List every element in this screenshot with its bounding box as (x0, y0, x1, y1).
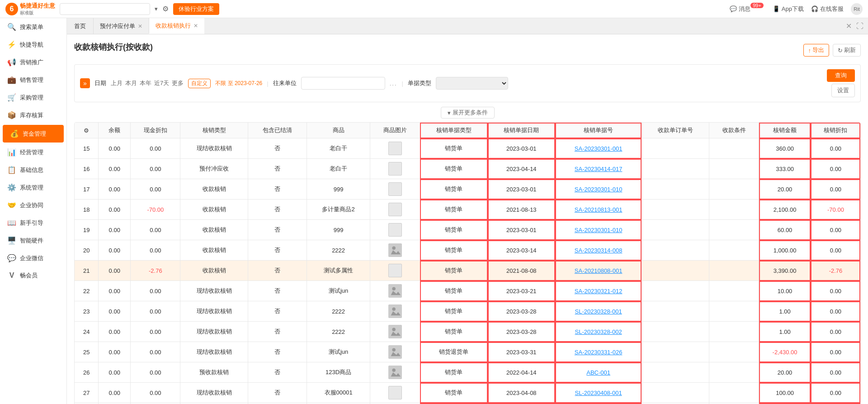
notifications-item[interactable]: 💬 消息 99+ (730, 5, 765, 13)
sidebar-item-search[interactable]: 🔍 搜索菜单 (0, 18, 66, 36)
industry-button[interactable]: 休验行业方案 (173, 3, 219, 15)
basic-icon: 📋 (7, 166, 16, 174)
sidebar-item-cooperation[interactable]: 🤝 企业协同 (0, 196, 66, 214)
search-input[interactable] (60, 3, 150, 15)
cell-balance: 0.00 (99, 240, 131, 261)
export-button[interactable]: ↑ 导出 (803, 44, 830, 57)
cell-cash-discount: -70.00 (131, 200, 180, 220)
cell-voucher-no[interactable]: SA-20230321-012 (555, 281, 642, 301)
cell-voucher-no[interactable]: ABC-001 (555, 362, 642, 383)
sidebar-item-wechat[interactable]: 💬 企业微信 (0, 249, 66, 267)
tab-receipts-close-icon[interactable]: ✕ (193, 23, 198, 29)
sidebar-item-operations[interactable]: 📊 经营管理 (0, 143, 66, 161)
cell-amount: 60.00 (759, 220, 811, 240)
tab-prepay[interactable]: 预付冲应付单 ✕ (93, 18, 149, 34)
notifications-label: 消息 (739, 5, 750, 13)
expand-more-button[interactable]: ▾ 展开更多条件 (441, 107, 495, 119)
cell-voucher-no[interactable]: SA-20230301-010 (555, 220, 642, 240)
top-bar-right: 💬 消息 99+ 📱 App下载 🎧 在线客服 Rit (730, 3, 863, 15)
cell-settled: 否 (248, 200, 307, 220)
sidebar-label-basic: 基础信息 (20, 166, 43, 174)
cell-voucher-no[interactable]: SA-20210808-001 (555, 261, 642, 281)
sidebar-item-finance[interactable]: 💰 资金管理 (3, 125, 64, 143)
sidebar-item-basic[interactable]: 📋 基础信息 (0, 161, 66, 179)
page-content: 收款核销执行(按收款) ↑ 导出 ↻ 刷新 » (67, 34, 868, 404)
cell-voucher-no[interactable]: SL-20230408-001 (555, 383, 642, 403)
app-download-item[interactable]: 📱 App下载 (773, 5, 804, 13)
filter-lastmonth-btn[interactable]: 上月 (111, 79, 123, 87)
cell-type: 现结收款核销 (180, 138, 248, 159)
cell-discount: 0.00 (811, 342, 860, 362)
sidebar-item-member[interactable]: V 畅会员 (0, 267, 66, 284)
sidebar-item-quicknav[interactable]: ⚡ 快捷导航 (0, 36, 66, 53)
cell-receipt-no (642, 383, 709, 403)
cell-amount: 20.00 (759, 362, 811, 383)
sales-icon: 💼 (7, 76, 16, 84)
data-table: ⚙ 余额 现金折扣 核销类型 包含已结清 商品 商品图片 核销单据类型 核销单据… (75, 123, 860, 404)
online-service-item[interactable]: 🎧 在线客服 (811, 5, 844, 13)
tab-close-window-icon[interactable]: ✕ (846, 22, 852, 30)
th-receipt-no: 收款单订单号 (642, 123, 709, 138)
filter-thismonth-btn[interactable]: 本月 (125, 79, 137, 87)
sidebar-label-inventory: 库存核算 (20, 111, 43, 119)
table-row: 19 0.00 0.00 收款核销 否 999 销货单 2023-03-01 S… (75, 220, 860, 240)
query-button[interactable]: 查询 (827, 69, 855, 82)
user-item[interactable]: Rit (851, 3, 863, 15)
cell-num: 25 (75, 342, 99, 362)
cell-cash-discount: 0.00 (131, 342, 180, 362)
cooperation-icon: 🤝 (7, 201, 16, 209)
cell-voucher-no[interactable]: SL-20230328-002 (555, 322, 642, 342)
cell-voucher-date: 2023-03-01 (488, 179, 555, 200)
cell-voucher-no[interactable]: SA-20230301-001 (555, 138, 642, 159)
cell-balance: 0.00 (99, 179, 131, 200)
tab-home[interactable]: 首页 (67, 18, 93, 34)
wechat-icon: 💬 (7, 254, 16, 262)
cell-goods-img (370, 281, 420, 301)
sidebar-item-purchase[interactable]: 🛒 采购管理 (0, 89, 66, 106)
cell-receipt-no (642, 342, 709, 362)
cell-voucher-no[interactable]: SA-20230301-010 (555, 179, 642, 200)
voucher-type-select[interactable] (436, 77, 508, 90)
cell-goods-img (370, 179, 420, 200)
sidebar-item-guide[interactable]: 📖 新手引导 (0, 214, 66, 232)
filter-thisyear-btn[interactable]: 本年 (140, 79, 151, 87)
table-row: 26 0.00 0.00 预收款核销 否 123D商品 销货单 2022-04-… (75, 362, 860, 383)
filter-custom-button[interactable]: 自定义 (188, 79, 211, 88)
sidebar-label-wechat: 企业微信 (20, 254, 43, 262)
cell-discount: -70.00 (811, 200, 860, 220)
sidebar-item-system[interactable]: ⚙️ 系统管理 (0, 179, 66, 196)
settings-filter-button[interactable]: 设置 (831, 84, 855, 97)
cell-goods-img (370, 138, 420, 159)
tab-receipts[interactable]: 收款核销执行 ✕ (149, 18, 204, 34)
cell-discount: 0.00 (811, 383, 860, 403)
cell-voucher-no[interactable]: SA-20210813-001 (555, 200, 642, 220)
filter-7days-btn[interactable]: 近7天 (154, 79, 169, 87)
refresh-button[interactable]: ↻ 刷新 (833, 44, 861, 57)
sidebar-label-member: 畅会员 (20, 271, 38, 280)
cell-voucher-no[interactable]: SA-20230314-008 (555, 240, 642, 261)
settings-icon[interactable]: ⚙ (162, 5, 169, 13)
cell-voucher-no[interactable]: SA-20230331-026 (555, 342, 642, 362)
th-gear[interactable]: ⚙ (75, 123, 99, 138)
tab-prepay-close-icon[interactable]: ✕ (138, 23, 142, 29)
cell-type: 现结收款核销 (180, 342, 248, 362)
filter-expand-button[interactable]: » (80, 78, 90, 88)
sidebar-item-hardware[interactable]: 🖥️ 智能硬件 (0, 232, 66, 249)
partner-input[interactable] (301, 77, 385, 90)
sidebar-item-sales[interactable]: 💼 销售管理 (0, 71, 66, 89)
filter-more-btn[interactable]: 更多 (172, 79, 184, 87)
logo-text: 畅捷通好生意 (20, 2, 55, 10)
cell-receipt-no (642, 281, 709, 301)
dropdown-arrow-icon[interactable]: ▾ (155, 5, 158, 12)
cell-voucher-date: 2023-03-14 (488, 240, 555, 261)
cell-balance: 0.00 (99, 342, 131, 362)
tab-expand-icon[interactable]: ⛶ (856, 22, 863, 30)
app-icon: 📱 (773, 5, 780, 12)
sidebar-item-marketing[interactable]: 📢 营销推广 (0, 53, 66, 71)
cell-voucher-no[interactable]: SL-20230328-001 (555, 301, 642, 322)
cell-voucher-no[interactable]: SA-20230414-017 (555, 159, 642, 179)
sidebar-item-inventory[interactable]: 📦 库存核算 (0, 106, 66, 124)
cell-type: 现结收款核销 (180, 301, 248, 322)
cell-voucher-type: 销货退货单 (420, 342, 487, 362)
cell-discount: 0.00 (811, 362, 860, 383)
